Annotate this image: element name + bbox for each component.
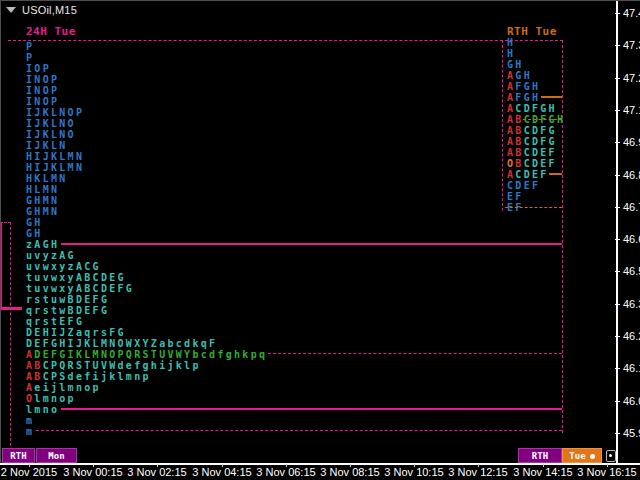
tpo-letters: AB <box>507 136 524 147</box>
tpo-letters: GHMN <box>26 206 59 217</box>
session-tag-tue: Tue <box>562 448 602 463</box>
price-label: 47.110 <box>623 105 640 116</box>
price-tick <box>615 78 620 79</box>
current-session-dot <box>590 454 595 459</box>
tpo-letters: GH <box>26 217 43 228</box>
tpo-row: m <box>26 415 34 426</box>
price-tick <box>615 175 620 176</box>
tpo-row: lmno <box>26 404 59 415</box>
tpo-row: INOP <box>26 96 59 107</box>
tpo-letters: CPSdefijklmnp <box>43 371 151 382</box>
session-top-boundary <box>8 40 563 41</box>
price-tick <box>615 304 620 305</box>
tpo-letters: IOP <box>26 63 51 74</box>
tpo-row: zAGH <box>26 239 59 250</box>
session-tag-label: Mon <box>48 451 64 461</box>
tpo-letters: AB <box>507 114 524 125</box>
chart-window[interactable]: USOil,M15 24H Tue RTH Tue PPIOPINOPINOPI… <box>0 0 640 480</box>
session-tag-label: RTH <box>532 451 548 461</box>
tpo-row: P <box>26 52 34 63</box>
tpo-letters: P <box>26 41 34 52</box>
session-right-boundary <box>562 40 563 433</box>
tpo-letters: GH <box>515 70 532 81</box>
tpo-letters: IJKLNO <box>26 118 76 129</box>
tpo-row: ABCDEF <box>507 147 557 158</box>
tpo-letters: tuvwxyABCDEG <box>26 272 126 283</box>
tpo-letters: lmnop <box>34 393 76 404</box>
price-label: 46.510 <box>623 266 640 277</box>
tpo-row: HIJKLMN <box>26 162 84 173</box>
tpo-letters: AB <box>507 125 524 136</box>
tpo-letters: AB <box>507 147 524 158</box>
tpo-letters: zAGH <box>26 239 59 250</box>
prev-session-tick <box>0 307 22 310</box>
tpo-row: uvwxyzACG <box>26 261 101 272</box>
chart-border-top <box>0 0 640 1</box>
time-label: 3 Nov 16:15 <box>577 466 636 478</box>
tpo-row: GH <box>26 228 43 239</box>
symbol-period-title: USOil,M15 <box>22 4 77 16</box>
price-label: 46.630 <box>623 234 640 245</box>
tpo-row: ACDEF <box>507 169 549 180</box>
prev-session-right-boundary <box>10 222 11 446</box>
tpo-letters: CDFG <box>524 125 557 136</box>
rth-poc-dashes <box>523 119 562 120</box>
tpo-row: ABCPQRSTUVWdefghijklp <box>26 360 201 371</box>
tpo-row: DEFGHIJKLMNOWXYZabcdkqF <box>26 338 217 349</box>
level-line-high <box>61 243 562 245</box>
price-label: 47.350 <box>623 40 640 51</box>
tpo-letters: CDFGH <box>515 103 557 114</box>
tpo-letters: tuvwxyABCDEFG <box>26 283 134 294</box>
tpo-letters: CDEF <box>507 180 540 191</box>
tpo-row: P <box>26 41 34 52</box>
tpo-letters: qrstwBDEFG <box>26 305 109 316</box>
tpo-letters: m <box>26 415 34 426</box>
chart-border-left <box>0 0 1 464</box>
tpo-letters: FGH <box>515 81 540 92</box>
collapse-triangle-icon[interactable] <box>6 7 16 13</box>
session-bottom-boundary <box>36 430 562 431</box>
price-axis-line[interactable] <box>616 0 618 464</box>
tpo-letters: HKLMN <box>26 173 68 184</box>
price-tick <box>615 13 620 14</box>
time-label: 3 Nov 06:15 <box>256 466 315 478</box>
tpo-row: GHMN <box>26 195 59 206</box>
tpo-letters: CDEF <box>515 169 548 180</box>
tpo-row: IJKLNOP <box>26 107 84 118</box>
price-label: 46.870 <box>623 170 640 181</box>
tpo-row: INOP <box>26 74 59 85</box>
tpo-letters: EF <box>507 191 524 202</box>
price-label: 47.230 <box>623 73 640 84</box>
tpo-letters: HIJKLMN <box>26 162 84 173</box>
tpo-row: ACDFGH <box>507 103 557 114</box>
tpo-row: AFGH <box>507 81 540 92</box>
tpo-letters: rstuwBDEFG <box>26 294 109 305</box>
tpo-letters: CDEF <box>524 158 557 169</box>
chart-title-bar: USOil,M15 <box>6 4 77 16</box>
session-tag-rth: RTH <box>518 448 562 463</box>
tpo-letters: DEHIJZaqrsFG <box>26 327 126 338</box>
session-tag-label: Tue <box>569 451 585 461</box>
tpo-letters: P <box>26 52 34 63</box>
session-label-24h-tue: 24H Tue <box>26 25 76 38</box>
tpo-row: HKLMN <box>26 173 68 184</box>
price-tick <box>615 110 620 111</box>
price-label: 46.030 <box>623 396 640 407</box>
tpo-letters: H <box>507 48 515 59</box>
price-label: 46.150 <box>623 363 640 374</box>
tpo-row: IOP <box>26 63 51 74</box>
tpo-letters: uvwxyzACG <box>26 261 101 272</box>
time-label: 3 Nov 04:15 <box>192 466 251 478</box>
tpo-row: m <box>26 426 34 437</box>
tpo-letters: qrstEFG <box>26 316 84 327</box>
tpo-row: qrstwBDEFG <box>26 305 109 316</box>
time-label: 3 Nov 00:15 <box>63 466 122 478</box>
tpo-row: Olmnop <box>26 393 76 404</box>
tpo-row: IJKLN <box>26 140 68 151</box>
tpo-row: Aeijlmnop <box>26 382 101 393</box>
price-label: 47.470 <box>623 8 640 19</box>
tpo-row: IJKLNO <box>26 118 76 129</box>
tpo-letters: CPQRSTUVWdefghijklp <box>43 360 201 371</box>
tpo-letters: GHMN <box>26 195 59 206</box>
tpo-letters: H <box>507 37 515 48</box>
